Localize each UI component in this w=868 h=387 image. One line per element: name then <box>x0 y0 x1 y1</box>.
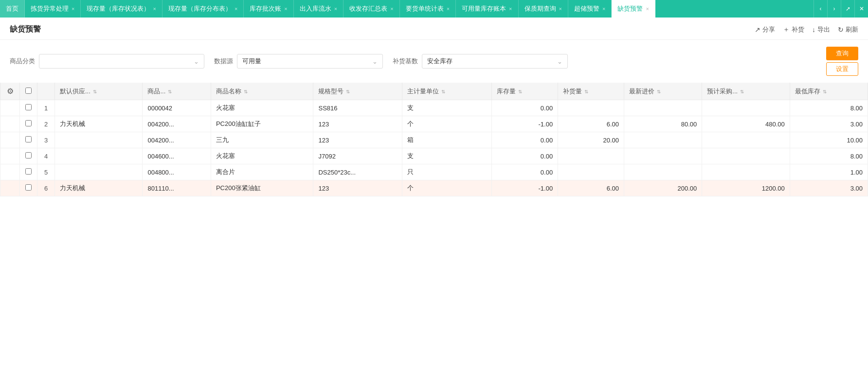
td-rownum-5: 5 <box>37 164 55 180</box>
tab-inventory-status[interactable]: 现存量（库存状况表）× <box>81 0 162 18</box>
td-unit-5: 只 <box>402 164 491 180</box>
td-rownum-1: 1 <box>37 100 55 116</box>
th-min_stock[interactable]: 最低库存 ⇅ <box>790 83 868 100</box>
th-label-product_name: 商品名称 <box>216 88 241 95</box>
query-button[interactable]: 查询 <box>826 47 858 60</box>
tab-close-inventory-dist[interactable]: × <box>235 6 237 12</box>
td-gear-6 <box>0 180 20 196</box>
tab-restore-button[interactable]: ➚ <box>841 0 854 18</box>
td-est-5 <box>702 164 790 180</box>
tab-close-expiry-query[interactable]: × <box>559 6 562 12</box>
gear-icon[interactable]: ⚙ <box>7 87 14 95</box>
th-est_purchase[interactable]: 预计采购... ⇅ <box>702 83 790 100</box>
tab-label-inout-flow: 出入库流水 <box>300 4 331 13</box>
tab-batch-account[interactable]: 库存批次账× <box>244 0 293 18</box>
tab-close-inout-flow[interactable]: × <box>334 6 337 12</box>
tab-close-order-stats[interactable]: × <box>447 6 450 12</box>
refresh-button[interactable]: ↻刷新 <box>838 25 858 34</box>
tab-inventory-dist[interactable]: 现存量（库存分布表）× <box>163 0 244 18</box>
tab-receipt-summary[interactable]: 收发存汇总表× <box>344 0 399 18</box>
tab-label-available-ledger: 可用量库存账本 <box>462 4 506 13</box>
th-stock_qty[interactable]: 库存量 ⇅ <box>492 83 558 100</box>
th-unit[interactable]: 主计量单位 ⇅ <box>402 83 491 100</box>
table-row: 2力天机械004200...PC200油缸缸子123个-1.006.0080.0… <box>0 116 868 132</box>
tab-label-overstock: 超储预警 <box>574 4 599 13</box>
th-product_code[interactable]: 商品... ⇅ <box>143 83 211 100</box>
page-header: 缺货预警 ↗分享＋补货↓导出↻刷新 <box>0 18 868 40</box>
td-supplier-4 <box>55 148 143 164</box>
td-spec-4: J7092 <box>313 148 402 164</box>
table-row: 10000042火花塞SS816支0.008.00 <box>0 100 868 116</box>
sort-icon-default_supplier: ⇅ <box>91 89 97 94</box>
th-spec[interactable]: 规格型号 ⇅ <box>313 83 402 100</box>
td-checkbox-2[interactable] <box>20 116 37 132</box>
tab-close-receipt-summary[interactable]: × <box>390 6 393 12</box>
row-checkbox-3[interactable] <box>25 136 32 142</box>
export-button[interactable]: ↓导出 <box>812 25 830 34</box>
td-est-6: 1200.00 <box>702 180 790 196</box>
tab-close-inventory-status[interactable]: × <box>153 6 156 12</box>
row-checkbox-5[interactable] <box>25 168 32 175</box>
td-checkbox-3[interactable] <box>20 132 37 148</box>
tab-close-exception[interactable]: × <box>72 6 74 12</box>
td-checkbox-5[interactable] <box>20 164 37 180</box>
td-supplier-1 <box>55 100 143 116</box>
tab-order-stats[interactable]: 要货单统计表× <box>400 0 456 18</box>
select-all-checkbox[interactable] <box>25 88 32 94</box>
th-latest_price[interactable]: 最新进价 ⇅ <box>624 83 702 100</box>
td-checkbox-4[interactable] <box>20 148 37 164</box>
td-checkbox-1[interactable] <box>20 100 37 116</box>
tab-prev-button[interactable]: ‹ <box>814 0 827 18</box>
row-checkbox-1[interactable] <box>25 104 32 110</box>
td-price-4 <box>624 148 702 164</box>
tab-label-receipt-summary: 收发存汇总表 <box>349 4 387 13</box>
td-name-2: PC200油缸缸子 <box>211 116 313 132</box>
datasource-select[interactable]: 可用量 ⌄ <box>237 54 383 69</box>
td-supplier-3 <box>55 132 143 148</box>
td-code-2: 004200... <box>143 116 211 132</box>
category-select[interactable]: ⌄ <box>39 54 204 69</box>
td-min-4: 8.00 <box>790 148 868 164</box>
td-replenish-4 <box>558 148 624 164</box>
category-dropdown-icon: ⌄ <box>194 58 199 65</box>
settings-button[interactable]: 设置 <box>826 62 858 76</box>
tab-next-button[interactable]: › <box>827 0 841 18</box>
th-checkbox <box>20 83 37 100</box>
tab-close-batch-account[interactable]: × <box>284 6 287 12</box>
share-button[interactable]: ↗分享 <box>755 25 775 34</box>
tab-shortage[interactable]: 缺货预警× <box>612 0 655 18</box>
td-checkbox-6[interactable] <box>20 180 37 196</box>
sort-icon-min_stock: ⇅ <box>821 89 827 94</box>
tab-close-shortage[interactable]: × <box>646 6 649 12</box>
row-checkbox-6[interactable] <box>25 184 32 191</box>
tab-expiry-query[interactable]: 保质期查询× <box>519 0 568 18</box>
tab-close-available-ledger[interactable]: × <box>509 6 512 12</box>
tab-exception[interactable]: 拣货异常处理× <box>25 0 81 18</box>
th-default_supplier[interactable]: 默认供应... ⇅ <box>55 83 143 100</box>
th-product_name[interactable]: 商品名称 ⇅ <box>211 83 313 100</box>
tab-bar: 首页拣货异常处理×现存量（库存状况表）×现存量（库存分布表）×库存批次账×出入库… <box>0 0 868 18</box>
tab-overstock[interactable]: 超储预警× <box>568 0 612 18</box>
tab-inout-flow[interactable]: 出入库流水× <box>294 0 344 18</box>
category-filter-item: 商品分类 ⌄ <box>10 54 204 69</box>
td-name-6: PC200张紧油缸 <box>211 180 313 196</box>
tab-close-overstock[interactable]: × <box>602 6 605 12</box>
tab-home[interactable]: 首页 <box>0 0 25 18</box>
replenish-button[interactable]: ＋补货 <box>783 25 804 34</box>
replenish-base-select[interactable]: 安全库存 ⌄ <box>422 54 568 69</box>
td-code-6: 801110... <box>143 180 211 196</box>
sort-icon-est_purchase: ⇅ <box>739 89 744 94</box>
tab-available-ledger[interactable]: 可用量库存账本× <box>456 0 518 18</box>
export-label: 导出 <box>817 25 830 34</box>
td-unit-6: 个 <box>402 180 491 196</box>
tab-label-expiry-query: 保质期查询 <box>524 4 556 13</box>
tab-nav-buttons: ‹ › ➚ ✕ <box>814 0 868 18</box>
td-stock-3: 0.00 <box>492 132 558 148</box>
row-checkbox-4[interactable] <box>25 152 32 158</box>
tab-label-inventory-dist: 现存量（库存分布表） <box>168 4 232 13</box>
sort-icon-unit: ⇅ <box>440 89 445 94</box>
share-icon: ↗ <box>755 26 760 34</box>
row-checkbox-2[interactable] <box>25 120 32 126</box>
th-replenish_qty[interactable]: 补货量 ⇅ <box>558 83 624 100</box>
tab-close-all-button[interactable]: ✕ <box>854 0 868 18</box>
